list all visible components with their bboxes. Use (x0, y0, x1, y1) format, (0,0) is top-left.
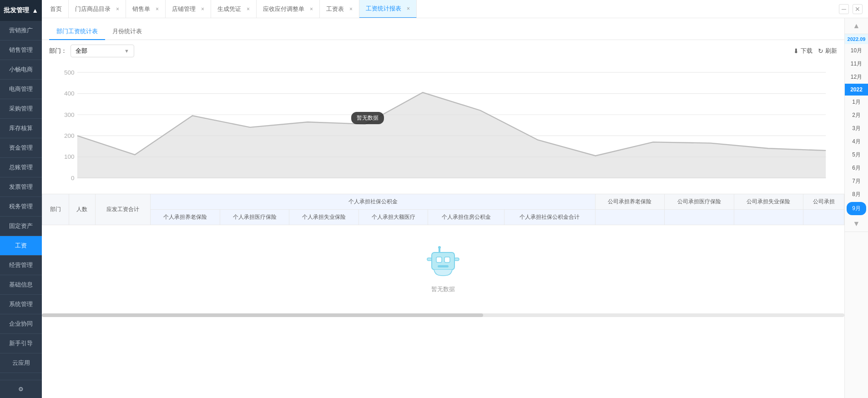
th-company-unemploy: 公司承担失业保险 (734, 194, 803, 210)
month-jan[interactable]: 1月 (845, 96, 868, 109)
tab-close-3[interactable]: × (201, 6, 204, 12)
page-panel: 部门工资统计表 月份统计表 部门： 全部 ▼ ⬇ 下载 (42, 18, 844, 398)
sidebar-item-1[interactable]: 销售管理 (0, 40, 42, 60)
sidebar: 批发管理 ▲ 营销推广销售管理小畅电商电商管理采购管理库存核算资金管理总账管理发… (0, 0, 42, 398)
sidebar-item-6[interactable]: 资金管理 (0, 138, 42, 158)
tab-item-7[interactable]: 工资统计报表× (359, 0, 417, 18)
month-mar[interactable]: 3月 (845, 122, 868, 135)
empty-text: 暂无数据 (431, 285, 455, 293)
tabs-container: 首页门店商品目录×销售单×店铺管理×生成凭证×应收应付调整单×工资表×工资统计报… (44, 0, 417, 18)
sidebar-item-4[interactable]: 采购管理 (0, 99, 42, 119)
sidebar-item-2[interactable]: 小畅电商 (0, 60, 42, 80)
chevron-down-icon: ▼ (124, 48, 129, 54)
current-display-label: 2022.09 (845, 34, 868, 44)
svg-point-20 (438, 246, 441, 249)
month-oct[interactable]: 10月 (845, 44, 868, 57)
tab-item-1[interactable]: 门店商品目录× (69, 0, 126, 18)
sidebar-settings[interactable]: ⚙ (0, 380, 42, 398)
sidebar-item-8[interactable]: 发票管理 (0, 177, 42, 197)
main-area: 首页门店商品目录×销售单×店铺管理×生成凭证×应收应付调整单×工资表×工资统计报… (42, 0, 868, 398)
table-container[interactable]: 部门 人数 应发工资合计 个人承担社保公积金 公司承担养老保险 公司承担医疗保险… (42, 194, 844, 398)
svg-text:100: 100 (64, 154, 75, 161)
sidebar-item-7[interactable]: 总账管理 (0, 158, 42, 177)
sidebar-item-3[interactable]: 电商管理 (0, 80, 42, 99)
svg-rect-16 (438, 265, 449, 267)
tab-label-7: 工资统计报表 (366, 5, 401, 13)
tab-item-2[interactable]: 销售单× (126, 0, 166, 18)
tab-item-5[interactable]: 应收应付调整单× (257, 0, 320, 18)
svg-rect-17 (427, 258, 432, 261)
tab-close-1[interactable]: × (116, 6, 119, 12)
month-nov[interactable]: 11月 (845, 57, 868, 71)
th-personal-unemploy: 个人承担失业保险 (289, 210, 358, 225)
tab-close-2[interactable]: × (156, 6, 159, 12)
sidebar-item-10[interactable]: 固定资产 (0, 217, 42, 236)
month-sep[interactable]: 9月 (847, 202, 866, 215)
sidebar-item-12[interactable]: 经营管理 (0, 256, 42, 275)
tab-close-4[interactable]: × (247, 6, 250, 12)
window-minimize[interactable]: ─ (839, 4, 849, 14)
tab-item-0[interactable]: 首页 (44, 0, 69, 18)
chart-svg: 0100200300400500 (49, 62, 837, 194)
tab-close-7[interactable]: × (407, 5, 410, 12)
sidebar-item-13[interactable]: 基础信息 (0, 275, 42, 295)
th-count: 人数 (69, 194, 96, 225)
tab-label-4: 生成凭证 (217, 5, 241, 13)
window-close[interactable]: ✕ (853, 4, 863, 14)
tab-close-5[interactable]: × (310, 6, 313, 12)
th-group-personal: 个人承担社保公积金 (151, 194, 595, 210)
dept-label: 部门： (49, 47, 67, 55)
month-jul[interactable]: 7月 (845, 175, 868, 188)
refresh-label: 刷新 (825, 47, 837, 55)
sidebar-item-11[interactable]: 工资 (0, 236, 42, 256)
year-panel-down[interactable]: ▼ (845, 216, 868, 232)
sidebar-item-5[interactable]: 库存核算 (0, 119, 42, 138)
month-may[interactable]: 5月 (845, 148, 868, 161)
tab-label-6: 工资表 (326, 5, 344, 13)
toolbar-right: ⬇ 下载 ↻ 刷新 (793, 47, 837, 55)
sub-tab-dept[interactable]: 部门工资统计表 (49, 24, 105, 40)
month-dec[interactable]: 12月 (845, 71, 868, 84)
tab-label-0: 首页 (50, 5, 62, 13)
svg-rect-14 (436, 257, 442, 262)
sidebar-header-label: 批发管理 (4, 6, 29, 15)
sub-tab-month[interactable]: 月份统计表 (105, 24, 149, 40)
refresh-button[interactable]: ↻ 刷新 (818, 47, 837, 55)
data-table: 部门 人数 应发工资合计 个人承担社保公积金 公司承担养老保险 公司承担医疗保险… (42, 194, 844, 225)
window-controls: ─ ✕ (839, 4, 866, 14)
download-icon: ⬇ (793, 47, 799, 55)
tab-label-5: 应收应付调整单 (263, 5, 304, 13)
year-2022[interactable]: 2022 (845, 84, 868, 96)
sidebar-item-16[interactable]: 新手引导 (0, 334, 42, 353)
sidebar-item-15[interactable]: 企业协同 (0, 314, 42, 334)
month-feb[interactable]: 2月 (845, 109, 868, 122)
scrollbar-hint[interactable] (42, 313, 844, 317)
th-salary: 应发工资合计 (96, 194, 151, 225)
svg-text:500: 500 (64, 69, 75, 76)
chart-area: 0100200300400500 暂无数据 (42, 62, 844, 194)
tab-item-6[interactable]: 工资表× (320, 0, 359, 18)
month-aug[interactable]: 8月 (845, 188, 868, 201)
month-apr[interactable]: 4月 (845, 135, 868, 148)
refresh-icon: ↻ (818, 47, 823, 55)
th-empty-4 (803, 210, 844, 225)
empty-icon (425, 243, 461, 280)
th-empty-3 (734, 210, 803, 225)
svg-text:200: 200 (64, 132, 75, 139)
sidebar-item-17[interactable]: 云应用 (0, 353, 42, 373)
dept-value: 全部 (76, 47, 87, 55)
tab-item-4[interactable]: 生成凭证× (211, 0, 257, 18)
sidebar-header[interactable]: 批发管理 ▲ (0, 0, 42, 21)
tab-close-6[interactable]: × (349, 6, 353, 12)
dept-select[interactable]: 全部 ▼ (71, 45, 134, 57)
sidebar-item-14[interactable]: 系统管理 (0, 295, 42, 314)
toolbar-left: 部门： 全部 ▼ (49, 45, 134, 57)
th-empty-1 (595, 210, 664, 225)
sidebar-item-9[interactable]: 税务管理 (0, 197, 42, 217)
download-label: 下载 (801, 47, 812, 55)
tab-item-3[interactable]: 店铺管理× (166, 0, 211, 18)
year-panel-up[interactable]: ▲ (845, 18, 868, 34)
sidebar-item-0[interactable]: 营销推广 (0, 21, 42, 40)
download-button[interactable]: ⬇ 下载 (793, 47, 812, 55)
month-jun[interactable]: 6月 (845, 161, 868, 175)
